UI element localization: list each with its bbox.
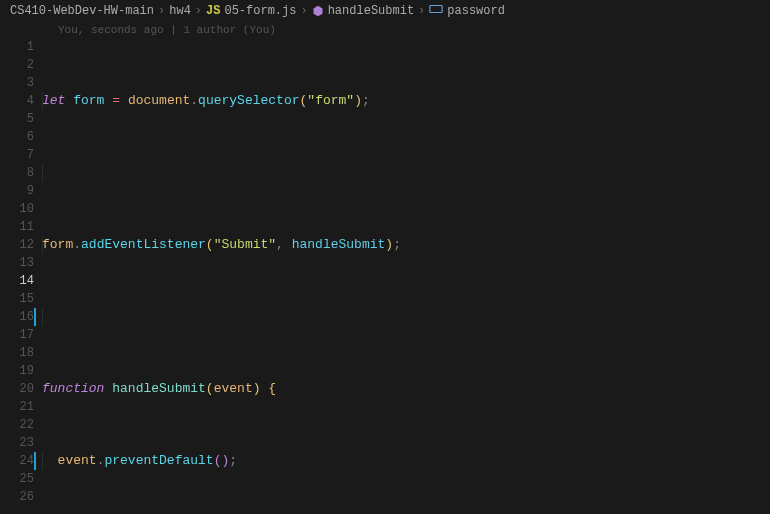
breadcrumb-file[interactable]: 05-form.js (224, 4, 296, 18)
breadcrumb-folder[interactable]: CS410-WebDev-HW-main (10, 4, 154, 18)
line-number[interactable]: 1 (0, 38, 34, 56)
line-number[interactable]: 22 (0, 416, 34, 434)
line-number[interactable]: 13 (0, 254, 34, 272)
line-number[interactable]: 18 (0, 344, 34, 362)
breadcrumb-folder[interactable]: hw4 (169, 4, 191, 18)
gitlens-authors-annotation: You, seconds ago | 1 author (You) (0, 22, 770, 38)
line-number[interactable]: 15 (0, 290, 34, 308)
line-number[interactable]: 24 (0, 452, 34, 470)
line-number[interactable]: 5 (0, 110, 34, 128)
chevron-right-icon: › (195, 4, 202, 18)
chevron-right-icon: › (300, 4, 307, 18)
line-number[interactable]: 23 (0, 434, 34, 452)
line-number[interactable]: 6 (0, 128, 34, 146)
chevron-right-icon: › (418, 4, 425, 18)
line-number[interactable]: 2 (0, 56, 34, 74)
line-number[interactable]: 25 (0, 470, 34, 488)
line-number[interactable]: 20 (0, 380, 34, 398)
line-number-gutter[interactable]: 1234567891011121314151617181920212223242… (0, 38, 42, 506)
variable-icon (429, 4, 443, 18)
line-number[interactable]: 26 (0, 488, 34, 506)
svg-rect-0 (430, 6, 442, 13)
breadcrumb-symbol-function[interactable]: handleSubmit (328, 4, 414, 18)
line-number[interactable]: 10 (0, 200, 34, 218)
line-number[interactable]: 16 (0, 308, 34, 326)
line-number[interactable]: 17 (0, 326, 34, 344)
line-number[interactable]: 3 (0, 74, 34, 92)
breadcrumb-symbol-variable[interactable]: password (447, 4, 505, 18)
line-number[interactable]: 7 (0, 146, 34, 164)
breadcrumb[interactable]: CS410-WebDev-HW-main › hw4 › JS 05-form.… (0, 0, 770, 22)
code-area[interactable]: let form = document.querySelector("form"… (42, 38, 770, 514)
line-number[interactable]: 14 (0, 272, 34, 290)
line-number[interactable]: 21 (0, 398, 34, 416)
js-file-icon: JS (206, 4, 220, 18)
line-number[interactable]: 19 (0, 362, 34, 380)
line-number[interactable]: 11 (0, 218, 34, 236)
code-editor[interactable]: 1234567891011121314151617181920212223242… (0, 38, 770, 514)
chevron-right-icon: › (158, 4, 165, 18)
line-number[interactable]: 9 (0, 182, 34, 200)
line-number[interactable]: 8 (0, 164, 34, 182)
function-icon (312, 5, 324, 17)
line-number[interactable]: 4 (0, 92, 34, 110)
line-number[interactable]: 12 (0, 236, 34, 254)
